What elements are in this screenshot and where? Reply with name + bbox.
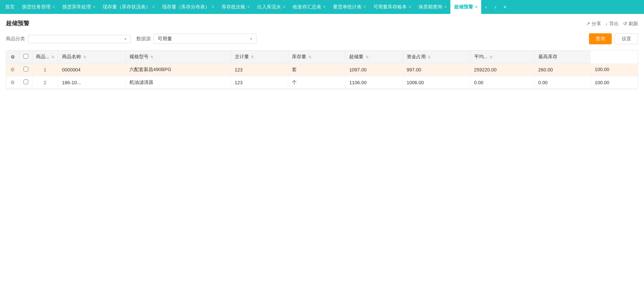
table-header-overstock-qty[interactable]: 超储量 ⇅ <box>345 51 403 63</box>
row-spec: 123 <box>231 76 288 89</box>
nav-item-batch-account-label: 库存批次账 <box>222 4 245 10</box>
nav-item-exception-handling[interactable]: 拣货异常处理 × <box>59 0 99 14</box>
nav-item-home[interactable]: 首页 <box>1 0 18 14</box>
nav-item-stock-status-label: 现存量（库存状况表） <box>103 4 150 10</box>
nav-close-overstock-warning[interactable]: × <box>475 4 477 10</box>
table-header-gear: ⚙ <box>6 51 19 63</box>
category-select[interactable]: ▾ <box>28 35 131 43</box>
nav-close-flow[interactable]: × <box>283 4 285 10</box>
nav-item-flow[interactable]: 出入库流水 × <box>253 0 289 14</box>
row-product-code: 0000004 <box>58 63 125 76</box>
settings-button[interactable]: 设置 <box>615 33 638 44</box>
refresh-label: 刷新 <box>629 21 638 27</box>
nav-item-quality-check[interactable]: 保质期查询 × <box>415 0 450 14</box>
nav-item-available-account[interactable]: 可用量库存账本 × <box>370 0 415 14</box>
table-header-spec[interactable]: 规格型号 ⇅ <box>125 51 231 63</box>
nav-prev-arrow[interactable]: ‹ <box>481 2 491 12</box>
nav-item-stock-status[interactable]: 现存量（库存状况表） × <box>99 0 158 14</box>
row-avg: 0.00 <box>534 76 591 89</box>
nav-close-available-account[interactable]: × <box>409 4 411 10</box>
filter-actions: 查询 设置 <box>589 33 638 44</box>
nav-item-stock-dist[interactable]: 现存量（库存分布表） × <box>158 0 218 14</box>
row-product-code: 186-10... <box>58 76 125 89</box>
row-max-stock: 100.00 <box>591 76 638 89</box>
row-avg: 260.00 <box>534 63 591 76</box>
page-header: 超储预警 ↗ 分享 ↓ 导出 ↺ 刷新 <box>6 20 638 27</box>
nav-close-stock-dist[interactable]: × <box>212 4 214 10</box>
table-row: ⚙ 2 186-10... 机油滤清器 123 个 1106.00 1006.0… <box>6 76 638 89</box>
table-header-stock-qty[interactable]: 库存量 ⇅ <box>288 51 345 63</box>
row-gear-icon[interactable]: ⚙ <box>10 79 15 85</box>
nav-item-task-mgmt-label: 拣货任务管理 <box>22 4 51 10</box>
row-spec: 123 <box>231 63 288 76</box>
row-overstock-qty: 1006.00 <box>403 76 470 89</box>
nav-close-exception-handling[interactable]: × <box>93 4 95 10</box>
share-button[interactable]: ↗ 分享 <box>586 21 601 27</box>
row-checkbox[interactable] <box>23 67 28 71</box>
sort-spec-icon: ⇅ <box>150 55 153 59</box>
row-capital-occupied: 0.00 <box>470 76 534 89</box>
row-max-stock: 100.00 <box>591 63 638 76</box>
nav-item-batch-account[interactable]: 库存批次账 × <box>218 0 253 14</box>
datasource-label: 数据源 <box>136 36 151 42</box>
nav-item-order-stat-label: 要货单统计表 <box>333 4 362 10</box>
datasource-select[interactable]: 可用量 ▾ <box>154 34 256 44</box>
gear-header-icon[interactable]: ⚙ <box>11 54 15 60</box>
row-checkbox-cell <box>19 76 32 89</box>
row-stock-qty: 1106.00 <box>345 76 403 89</box>
nav-close-quality-check[interactable]: × <box>444 4 447 10</box>
table-header-product-code[interactable]: 商品... ⇅ <box>32 51 58 63</box>
refresh-button[interactable]: ↺ 刷新 <box>623 21 638 27</box>
category-filter: 商品分类 ▾ <box>6 35 131 43</box>
nav-item-overstock-warning-label: 超储预警 <box>454 4 473 10</box>
row-product-name: 机油滤清器 <box>125 76 231 89</box>
sort-unit-icon: ⇅ <box>251 55 254 59</box>
refresh-icon: ↺ <box>623 21 627 26</box>
table-header-max-stock[interactable]: 最高库存 <box>534 51 591 63</box>
header-actions: ↗ 分享 ↓ 导出 ↺ 刷新 <box>586 21 638 27</box>
row-unit: 个 <box>288 76 345 89</box>
export-button[interactable]: ↓ 导出 <box>605 21 619 27</box>
select-all-checkbox[interactable] <box>23 54 28 59</box>
row-stock-qty: 1097.00 <box>345 63 403 76</box>
sort-overstock-qty-icon: ⇅ <box>366 55 369 59</box>
nav-close-receive-send[interactable]: × <box>323 4 326 10</box>
table-header-unit[interactable]: 主计量 ⇅ <box>231 51 288 63</box>
query-button[interactable]: 查询 <box>589 33 612 44</box>
row-checkbox[interactable] <box>23 79 28 84</box>
filter-row: 商品分类 ▾ 数据源 可用量 ▾ 查询 设置 <box>6 33 638 44</box>
sort-product-name-icon: ⇅ <box>83 55 86 59</box>
row-number: 2 <box>32 76 58 89</box>
table-header-capital-occupied[interactable]: 资金占用 ⇅ <box>403 51 470 63</box>
sort-product-code-icon: ⇅ <box>51 55 54 59</box>
datasource-select-value: 可用量 <box>158 36 172 42</box>
row-capital-occupied: 259220.00 <box>470 63 534 76</box>
nav-item-task-mgmt[interactable]: 拣货任务管理 × <box>18 0 59 14</box>
nav-item-home-label: 首页 <box>5 4 15 10</box>
row-checkbox-cell <box>19 63 32 76</box>
table-header-checkbox <box>19 51 32 63</box>
navigation-bar: 首页 拣货任务管理 × 拣货异常处理 × 现存量（库存状况表） × 现存量（库存… <box>0 0 644 14</box>
sort-capital-icon: ⇅ <box>428 55 431 59</box>
nav-next-arrow[interactable]: › <box>491 2 500 12</box>
table-header-product-name[interactable]: 商品名称 ⇅ <box>58 51 125 63</box>
datasource-chevron-icon: ▾ <box>250 37 252 41</box>
nav-close-task-mgmt[interactable]: × <box>52 4 55 10</box>
nav-close-stock-status[interactable]: × <box>152 4 155 10</box>
category-label: 商品分类 <box>6 36 25 42</box>
row-gear-icon[interactable]: ⚙ <box>10 67 15 73</box>
nav-item-exception-handling-label: 拣货异常处理 <box>62 4 91 10</box>
data-table-container: ⚙ 商品... ⇅ 商品名称 ⇅ 规格型号 ⇅ <box>6 50 638 89</box>
nav-more-arrow[interactable]: × <box>500 2 510 12</box>
nav-item-order-stat[interactable]: 要货单统计表 × <box>329 0 370 14</box>
nav-close-batch-account[interactable]: × <box>247 4 250 10</box>
nav-item-stock-dist-label: 现存量（库存分布表） <box>162 4 210 10</box>
nav-close-order-stat[interactable]: × <box>363 4 366 10</box>
nav-item-receive-send-label: 收发存汇总表 <box>293 4 321 10</box>
datasource-filter: 数据源 可用量 ▾ <box>136 34 256 44</box>
table-row: ⚙ 1 0000004 六配套新昌490BPG 123 套 1097.00 99… <box>6 63 638 76</box>
table-header-avg[interactable]: 平均... ⇅ <box>470 51 534 63</box>
nav-item-receive-send[interactable]: 收发存汇总表 × <box>289 0 329 14</box>
share-icon: ↗ <box>586 21 590 26</box>
nav-item-overstock-warning[interactable]: 超储预警 × <box>450 0 481 14</box>
